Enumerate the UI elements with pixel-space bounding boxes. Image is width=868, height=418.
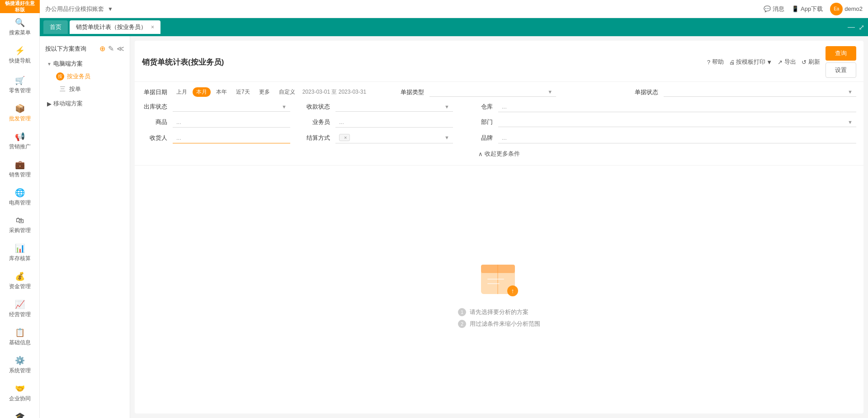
app-label: App下载 (801, 5, 823, 13)
tree-item-by-staff[interactable]: 按 按业务员 (43, 70, 126, 83)
help-btn[interactable]: ? 帮助 (707, 58, 724, 66)
tab-sales-stat[interactable]: 销货单统计表（按业务员） × (70, 20, 160, 34)
add-scheme-icon[interactable]: ⊕ (99, 44, 105, 53)
avatar: Ea (830, 3, 843, 15)
sidebar-item-system[interactable]: ⚙️ 系统管理 (0, 351, 39, 379)
doc-status-select[interactable]: ▼ (664, 87, 856, 97)
brand-select[interactable]: ... (498, 133, 856, 143)
tab-close-icon[interactable]: × (151, 24, 154, 30)
mobile-arrow-icon: ▶ (47, 100, 52, 107)
print-label[interactable]: 按模板打印 (736, 58, 765, 66)
system-icon: ⚙️ (15, 356, 25, 366)
username-label: demo2 (844, 5, 863, 12)
tab-sales-stat-label: 销货单统计表（按业务员） (76, 23, 146, 31)
tab-expand-icon[interactable]: ⤢ (859, 23, 864, 32)
enterprise-icon: 🤝 (15, 384, 25, 394)
settlement-select[interactable]: × ▼ (335, 132, 453, 143)
sidebar-item-newbie[interactable]: 🎓 新手引导 (0, 407, 39, 418)
right-content: 销货单统计表(按业务员) ? 帮助 🖨 按模板打印 ▼ ↗ (135, 41, 863, 413)
date-tab-this-year[interactable]: 本年 (212, 87, 231, 97)
sidebar-item-purchase[interactable]: 🛍 采购管理 (0, 211, 39, 239)
left-panel-header: 按以下方案查询 ⊕ ✎ ≪ (40, 42, 130, 56)
out-status-select[interactable]: ▼ (173, 102, 290, 112)
department-arrow-icon: ▼ (848, 119, 853, 125)
print-icon: 🖨 (729, 59, 735, 66)
refresh-btn[interactable]: ↺ 刷新 (802, 58, 820, 66)
empty-tip-2: 2 用过滤条件来缩小分析范围 (458, 320, 540, 328)
tab-home[interactable]: 首页 (43, 20, 68, 34)
print-dropdown-icon[interactable]: ▼ (766, 59, 772, 66)
help-icon: ? (707, 59, 710, 66)
sidebar-item-retail[interactable]: 🛒 零售管理 (0, 71, 39, 99)
industry-dropdown-icon[interactable]: ▼ (108, 6, 113, 12)
warehouse-select[interactable]: ... (498, 101, 856, 112)
sidebar-retail-label: 零售管理 (9, 87, 31, 95)
active-dot-icon: 按 (56, 72, 64, 81)
sidebar-item-operations[interactable]: 📈 经营管理 (0, 295, 39, 323)
sidebar-quick-nav-label: 快捷导航 (9, 57, 31, 65)
desktop-group-label[interactable]: ▼ 电脑端方案 (43, 57, 126, 70)
sidebar-item-enterprise[interactable]: 🤝 企业协同 (0, 379, 39, 407)
top-nav-right: 💬 消息 📱 App下载 Ea demo2 (764, 3, 863, 15)
date-tab-last-month[interactable]: 上月 (173, 87, 191, 97)
date-tab-custom[interactable]: 自定义 (275, 87, 299, 97)
sidebar-item-marketing[interactable]: 📢 营销推广 (0, 127, 39, 155)
tree-item-by-order[interactable]: 三 按单 (43, 83, 126, 95)
sidebar-search[interactable]: 🔍 搜索菜单 (0, 13, 39, 41)
message-btn[interactable]: 💬 消息 (764, 5, 784, 13)
left-panel: 按以下方案查询 ⊕ ✎ ≪ ▼ 电脑端方案 按 按业务员 (40, 36, 130, 418)
collection-status-select[interactable]: ▼ (335, 102, 453, 112)
receiver-label: 收货人 (142, 134, 167, 142)
ecommerce-icon: 🌐 (15, 188, 25, 198)
content-area: 按以下方案查询 ⊕ ✎ ≪ ▼ 电脑端方案 按 按业务员 (40, 36, 868, 418)
mobile-group-label[interactable]: ▶ 移动端方案 (43, 97, 126, 110)
filter-row-status: 出库状态 ▼ 收款状态 ▼ 仓库 ... (142, 101, 856, 112)
sidebar-search-label: 搜索菜单 (9, 29, 31, 37)
quick-nav-icon: ⚡ (15, 46, 25, 56)
date-tab-this-month[interactable]: 本月 (193, 87, 211, 97)
sidebar-item-ecommerce[interactable]: 🌐 电商管理 (0, 183, 39, 211)
sidebar-quick-nav[interactable]: ⚡ 快捷导航 (0, 41, 39, 69)
settlement-tag-close-icon[interactable]: × (344, 135, 347, 140)
date-tab-more[interactable]: 更多 (255, 87, 274, 97)
inventory-icon: 📊 (15, 243, 25, 253)
user-menu[interactable]: Ea demo2 (830, 3, 863, 15)
doc-type-arrow-icon: ▼ (547, 89, 552, 95)
date-tab-last7[interactable]: 近7天 (232, 87, 254, 97)
staff-select[interactable]: ... (335, 117, 453, 128)
out-status-arrow-icon: ▼ (282, 104, 287, 109)
print-btn[interactable]: 🖨 按模板打印 ▼ (729, 58, 772, 66)
collapse-panel-icon[interactable]: ≪ (117, 44, 124, 53)
settings-button[interactable]: 设置 (826, 62, 856, 78)
wholesale-icon: 📦 (15, 104, 25, 114)
query-button[interactable]: 查询 (826, 46, 856, 61)
collapse-filters-btn[interactable]: ∧ 收起更多条件 (473, 148, 525, 160)
app-download-btn[interactable]: 📱 App下载 (792, 5, 823, 13)
order-icon: 三 (60, 85, 66, 93)
department-label: 部门 (467, 118, 493, 126)
empty-tip-1: 1 请先选择要分析的方案 (458, 308, 540, 316)
collapse-up-icon: ∧ (478, 151, 483, 157)
receiver-input[interactable]: ... (173, 133, 290, 143)
main-area: 办公用品行业模拟账套 ▼ 💬 消息 📱 App下载 Ea demo2 首页 (40, 0, 868, 418)
department-select[interactable]: ▼ (498, 118, 856, 127)
goods-select[interactable]: ... (173, 117, 290, 128)
edit-scheme-icon[interactable]: ✎ (108, 44, 114, 53)
sidebar-item-finance[interactable]: 💰 资金管理 (0, 267, 39, 295)
tab-home-label: 首页 (50, 23, 61, 31)
sidebar-item-inventory[interactable]: 📊 库存核算 (0, 239, 39, 267)
sidebar-item-sales[interactable]: 💼 销售管理 (0, 155, 39, 183)
tab-minimize-icon[interactable]: — (848, 23, 855, 31)
filter-area: 单据日期 上月 本月 本年 近7天 更多 自定义 2023-03-01 至 20… (135, 82, 863, 166)
sales-icon: 💼 (15, 160, 25, 170)
sidebar-item-wholesale[interactable]: 📦 批发管理 (0, 99, 39, 127)
sidebar-wholesale-label: 批发管理 (9, 115, 31, 123)
sidebar-purchase-label: 采购管理 (9, 227, 31, 234)
out-status-label: 出库状态 (142, 103, 167, 111)
sidebar-item-basic[interactable]: 📋 基础信息 (0, 323, 39, 351)
tip-1-text: 请先选择要分析的方案 (470, 308, 528, 316)
page-header: 销货单统计表(按业务员) ? 帮助 🖨 按模板打印 ▼ ↗ (135, 41, 863, 82)
export-btn[interactable]: ↗ 导出 (778, 58, 796, 66)
doc-type-select[interactable]: ▼ (429, 87, 556, 97)
empty-state: ↑ 1 请先选择要分析的方案 2 用过滤条件来缩小分析范围 (135, 166, 863, 413)
